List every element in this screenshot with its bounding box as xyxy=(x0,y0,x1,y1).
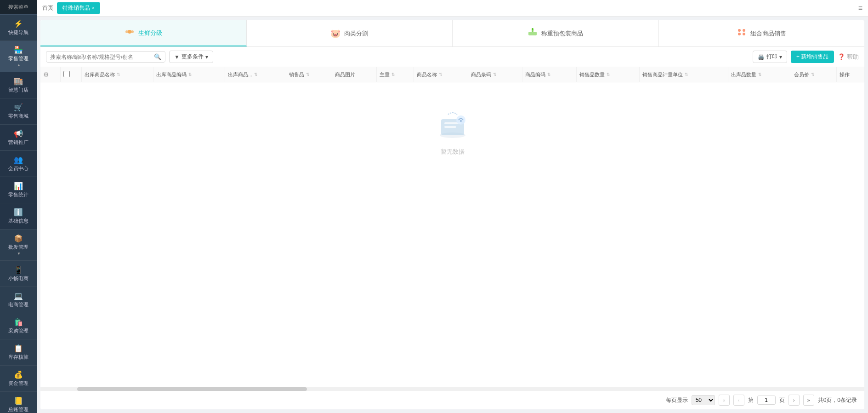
sort-icon[interactable]: ⇅ xyxy=(811,72,815,77)
tab-weight-prepack[interactable]: 称重预包装商品 xyxy=(453,20,659,46)
sort-icon[interactable]: ⇅ xyxy=(188,72,192,77)
first-page-button[interactable]: « xyxy=(719,395,730,406)
per-page-select[interactable]: 50 10 20 100 xyxy=(692,395,715,405)
sidebar-item-sales-promo[interactable]: 📢 营销推广 xyxy=(0,125,37,151)
col-goods-barcode[interactable]: 商品条码 ⇅ xyxy=(468,67,522,82)
svg-rect-13 xyxy=(444,126,456,128)
sidebar-item-retail-mall[interactable]: 🛒 零售商城 xyxy=(0,98,37,125)
batch-mgmt-icon: 📦 xyxy=(14,234,23,243)
toggle-sidebar-icon[interactable]: ≡ xyxy=(858,4,862,12)
col-operation: 操作 xyxy=(836,67,864,82)
sidebar-search[interactable]: 搜索菜单 xyxy=(0,0,37,15)
sidebar-item-finance-mgmt[interactable]: 💰 资金管理 xyxy=(0,366,37,392)
col-checkbox[interactable] xyxy=(61,67,82,82)
page-number-input[interactable] xyxy=(757,396,776,405)
sidebar-item-purchase-mgmt[interactable]: 🛍️ 采购管理 xyxy=(0,313,37,339)
search-icon[interactable]: 🔍 xyxy=(154,53,161,60)
member-center-icon: 👥 xyxy=(14,155,23,164)
pagination: 每页显示 50 10 20 100 « ‹ 第 页 › » 共0页，0条记录 xyxy=(40,390,864,409)
sort-icon[interactable]: ⇅ xyxy=(758,72,762,77)
ecom-mgmt-icon: 💻 xyxy=(14,292,23,300)
last-page-button[interactable]: » xyxy=(803,395,814,406)
per-page-label: 每页显示 xyxy=(666,396,688,404)
sidebar-item-label: 基础信息 xyxy=(8,218,28,224)
sort-icon[interactable]: ⇅ xyxy=(254,72,258,77)
topbar: 首页 特殊销售品 × ≡ xyxy=(37,0,868,17)
sidebar-item-retail-mgmt[interactable]: 🏪 零售管理 xyxy=(0,41,37,72)
sort-icon[interactable]: ⇅ xyxy=(493,72,497,77)
active-tab[interactable]: 特殊销售品 × xyxy=(57,2,100,14)
col-sales-qty[interactable]: 销售品数量 ⇅ xyxy=(576,67,639,82)
svg-point-2 xyxy=(131,30,134,33)
sort-icon[interactable]: ⇅ xyxy=(391,72,395,77)
prev-page-button[interactable]: ‹ xyxy=(733,395,744,406)
tab-meat-cut[interactable]: 🐷 肉类分割 xyxy=(247,20,453,46)
add-button[interactable]: + 新增销售品 xyxy=(791,51,834,63)
home-tab[interactable]: 首页 xyxy=(42,4,53,12)
col-weight[interactable]: 主量 ⇅ xyxy=(377,67,414,82)
tab-combo-sales[interactable]: 组合商品销售 xyxy=(659,20,865,46)
sort-icon[interactable]: ⇅ xyxy=(547,72,551,77)
sort-icon[interactable]: ⇅ xyxy=(607,72,610,77)
col-out-goods-spec[interactable]: 出库商品... ⇅ xyxy=(225,67,286,82)
col-sales-goods[interactable]: 销售品 ⇅ xyxy=(286,67,332,82)
sort-icon[interactable]: ⇅ xyxy=(439,72,443,77)
select-all-checkbox[interactable] xyxy=(63,71,70,77)
col-out-qty[interactable]: 出库品数量 ⇅ xyxy=(728,67,791,82)
sidebar-item-batch-mgmt[interactable]: 📦 批发管理 xyxy=(0,229,37,261)
filter-label: 更多条件 xyxy=(182,53,204,61)
table-container: ⚙ 出库商品名称 ⇅ 出库商 xyxy=(40,67,864,387)
meat-cut-icon: 🐷 xyxy=(330,29,340,39)
sort-icon[interactable]: ⇅ xyxy=(117,72,120,77)
finance-mgmt-icon: 💰 xyxy=(14,370,23,379)
svg-rect-3 xyxy=(528,32,537,35)
toolbar-right: 🖨️ 打印 ▾ + 新增销售品 ❓ 帮助 xyxy=(753,51,859,63)
col-goods-name[interactable]: 商品名称 ⇅ xyxy=(414,67,468,82)
sidebar-item-retail-stats[interactable]: 📊 零售统计 xyxy=(0,177,37,203)
sidebar-item-label: 会员中心 xyxy=(8,165,28,172)
filter-arrow-icon: ▾ xyxy=(205,54,208,60)
help-button[interactable]: ❓ 帮助 xyxy=(838,53,859,61)
sort-icon[interactable]: ⇅ xyxy=(306,72,310,77)
sidebar-item-stock-settle[interactable]: 📋 库存核算 xyxy=(0,339,37,366)
basic-info-icon: ℹ️ xyxy=(14,208,23,217)
tab-fresh-grade[interactable]: 生鲜分级 xyxy=(40,20,247,46)
sidebar-item-smart-store[interactable]: 🏬 智慧门店 xyxy=(0,72,37,98)
col-settings[interactable]: ⚙ xyxy=(40,67,61,82)
tab-combo-sales-label: 组合商品销售 xyxy=(750,29,786,38)
sidebar-item-member-center[interactable]: 👥 会员中心 xyxy=(0,151,37,177)
print-button[interactable]: 🖨️ 打印 ▾ xyxy=(753,51,787,63)
sidebar-item-general-ledger[interactable]: 📒 总账管理 xyxy=(0,392,37,413)
filter-icon: ▼ xyxy=(174,54,180,60)
purchase-mgmt-icon: 🛍️ xyxy=(14,318,23,327)
horizontal-scrollbar[interactable] xyxy=(40,387,864,390)
table-header-row: ⚙ 出库商品名称 ⇅ 出库商 xyxy=(40,67,864,82)
svg-point-8 xyxy=(738,33,741,35)
sort-icon[interactable]: ⇅ xyxy=(685,72,688,77)
svg-point-1 xyxy=(125,30,128,33)
next-page-button[interactable]: › xyxy=(789,395,800,406)
sidebar-item-ecom-mgmt[interactable]: 💻 电商管理 xyxy=(0,287,37,313)
tab-row: 生鲜分级 🐷 肉类分割 称重预包装商品 组合商品销售 xyxy=(40,20,864,47)
toolbar: 🔍 ▼ 更多条件 ▾ 🖨️ 打印 ▾ + 新增销售品 ❓ 帮助 xyxy=(40,47,864,67)
col-out-goods-name[interactable]: 出库商品名称 ⇅ xyxy=(82,67,153,82)
sidebar-item-label: 零售商城 xyxy=(8,113,28,120)
main-content: 首页 特殊销售品 × ≡ 生鲜分级 🐷 肉类分割 xyxy=(37,0,868,413)
sidebar-item-label: 零售统计 xyxy=(8,191,28,198)
col-out-goods-code[interactable]: 出库商品编码 ⇅ xyxy=(153,67,225,82)
svg-point-6 xyxy=(738,29,741,32)
search-input[interactable] xyxy=(50,54,152,60)
svg-point-5 xyxy=(532,28,533,30)
scrollbar-thumb[interactable] xyxy=(77,387,307,391)
close-tab-icon[interactable]: × xyxy=(92,6,95,11)
col-goods-code[interactable]: 商品编码 ⇅ xyxy=(522,67,576,82)
filter-button[interactable]: ▼ 更多条件 ▾ xyxy=(169,51,213,63)
column-settings-icon[interactable]: ⚙ xyxy=(43,71,49,78)
sidebar-item-basic-info[interactable]: ℹ️ 基础信息 xyxy=(0,203,37,229)
sidebar-item-quick-nav[interactable]: ⚡ 快捷导航 xyxy=(0,15,37,41)
col-sales-unit[interactable]: 销售商品计量单位 ⇅ xyxy=(639,67,728,82)
fresh-grade-icon xyxy=(125,27,135,39)
sidebar-item-mini-ecom[interactable]: 📱 小畅电商 xyxy=(0,261,37,287)
search-box[interactable]: 🔍 xyxy=(46,51,165,63)
col-member-price[interactable]: 会员价 ⇅ xyxy=(791,67,836,82)
